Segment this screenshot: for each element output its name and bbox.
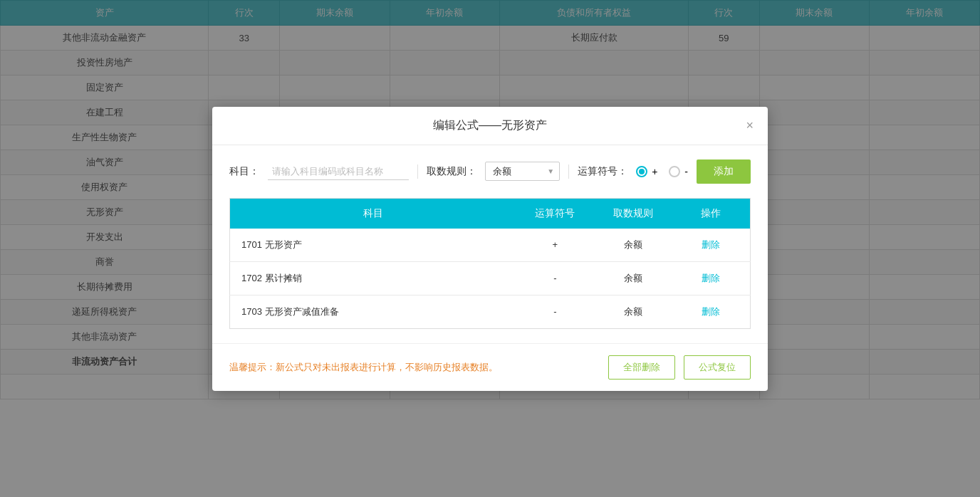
rule-select[interactable]: 余额 借方发生额 贷方发生额 期末余额 <box>485 162 560 181</box>
formula-operator: - <box>516 261 595 295</box>
formula-subject: 1701 无形资产 <box>230 229 516 262</box>
modal-body: 科目： 取数规则： 余额 借方发生额 贷方发生额 期末余额 ▼ 运算符号： <box>212 145 768 343</box>
radio-plus-circle <box>636 166 647 177</box>
formula-table: 科目 运算符号 取数规则 操作 1701 无形资产 + 余额 删除 1702 累… <box>229 198 751 329</box>
formula-action: 删除 <box>672 261 751 295</box>
operator-minus-label: - <box>684 166 688 177</box>
rule-select-wrap: 余额 借方发生额 贷方发生额 期末余额 ▼ <box>485 162 560 181</box>
table-header-action: 操作 <box>672 198 751 229</box>
list-item: 1702 累计摊销 - 余额 删除 <box>230 261 751 295</box>
table-header-subject: 科目 <box>230 198 516 229</box>
operator-radio-group: + - <box>636 166 688 177</box>
form-row: 科目： 取数规则： 余额 借方发生额 贷方发生额 期末余额 ▼ 运算符号： <box>229 159 751 184</box>
form-separator-1 <box>417 164 418 179</box>
modal-overlay: 编辑公式——无形资产 × 科目： 取数规则： 余额 借方发生额 贷方发生额 期末… <box>0 0 980 497</box>
formula-operator: - <box>516 295 595 328</box>
table-header-rule: 取数规则 <box>594 198 672 229</box>
delete-link[interactable]: 删除 <box>702 306 720 317</box>
formula-subject: 1702 累计摊销 <box>230 261 516 295</box>
formula-operator: + <box>516 229 595 262</box>
form-separator-2 <box>568 164 569 179</box>
formula-subject: 1703 无形资产减值准备 <box>230 295 516 328</box>
operator-minus-radio[interactable]: - <box>669 166 688 177</box>
formula-rule: 余额 <box>594 261 672 295</box>
formula-action: 删除 <box>672 229 751 262</box>
rule-label: 取数规则： <box>427 165 476 178</box>
hint-text: 温馨提示：新公式只对未出报表进行计算，不影响历史报表数据。 <box>229 361 498 374</box>
subject-label: 科目： <box>229 165 259 178</box>
operator-plus-label: + <box>652 166 657 177</box>
delete-link[interactable]: 删除 <box>702 273 720 283</box>
add-button[interactable]: 添加 <box>697 159 751 184</box>
formula-rule: 余额 <box>594 295 672 328</box>
footer-buttons: 全部删除 公式复位 <box>608 355 751 380</box>
formula-action: 删除 <box>672 295 751 328</box>
close-button[interactable]: × <box>743 116 756 135</box>
subject-input[interactable] <box>268 163 409 180</box>
formula-rule: 余额 <box>594 229 672 262</box>
radio-minus-circle <box>669 166 680 177</box>
table-header-operator: 运算符号 <box>516 198 595 229</box>
list-item: 1703 无形资产减值准备 - 余额 删除 <box>230 295 751 328</box>
operator-plus-radio[interactable]: + <box>636 166 657 177</box>
modal-footer: 温馨提示：新公式只对未出报表进行计算，不影响历史报表数据。 全部删除 公式复位 <box>212 343 768 391</box>
delete-link[interactable]: 删除 <box>702 239 720 250</box>
reset-formula-button[interactable]: 公式复位 <box>684 355 751 380</box>
delete-all-button[interactable]: 全部删除 <box>608 355 675 380</box>
modal-header: 编辑公式——无形资产 × <box>212 107 768 145</box>
edit-formula-modal: 编辑公式——无形资产 × 科目： 取数规则： 余额 借方发生额 贷方发生额 期末… <box>212 107 768 391</box>
list-item: 1701 无形资产 + 余额 删除 <box>230 229 751 262</box>
operator-label: 运算符号： <box>578 165 627 178</box>
modal-title: 编辑公式——无形资产 <box>433 118 547 133</box>
